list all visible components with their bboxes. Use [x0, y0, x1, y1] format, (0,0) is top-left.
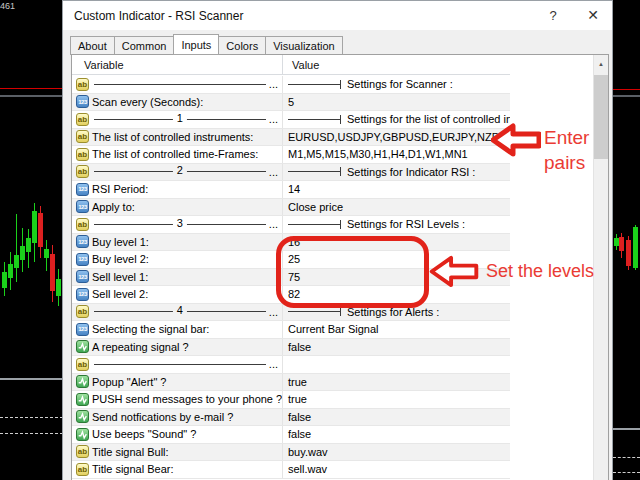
value-text[interactable]: 25	[288, 253, 300, 265]
table-row[interactable]: 123Scan every (Seconds):5	[72, 94, 510, 112]
value-text[interactable]: false	[288, 411, 311, 423]
value-text[interactable]: 5	[288, 96, 294, 108]
value-text[interactable]: sell.wav	[288, 463, 327, 475]
value-text[interactable]: Close price	[288, 201, 343, 213]
table-row[interactable]: Send notfications by e-mail ?false	[72, 409, 510, 427]
table-row[interactable]: ab...Settings for Scanner :	[72, 76, 510, 94]
table-row[interactable]: Popup "Alert" ?true	[72, 374, 510, 392]
candle-body	[626, 240, 631, 266]
table-header: Variable Value	[72, 55, 510, 75]
variable-cell: 123Selecting the signal bar:	[72, 321, 283, 338]
value-cell[interactable]: 5	[283, 94, 510, 111]
table-row[interactable]: 123Buy level 2:25	[72, 251, 510, 269]
value-cell[interactable]: true	[283, 391, 510, 408]
value-text[interactable]: false	[288, 428, 311, 440]
tab-inputs[interactable]: Inputs	[173, 34, 219, 55]
tab-colors[interactable]: Colors	[218, 36, 266, 55]
table-row[interactable]: Use beeps "Sound" ?false	[72, 426, 510, 444]
value-cell[interactable]: 14	[283, 181, 510, 198]
table-row[interactable]: ab2...Settings for Indicator RSI :	[72, 164, 510, 182]
value-cell[interactable]: Current Bar Signal	[283, 321, 510, 338]
value-cell[interactable]: sell.wav	[283, 461, 510, 478]
table-row[interactable]: 123Apply to:Close price	[72, 199, 510, 217]
value-text[interactable]: false	[288, 341, 311, 353]
integer-param-icon: 123	[76, 235, 89, 248]
value-text[interactable]: 75	[288, 271, 300, 283]
table-row[interactable]: 123RSI Period:14	[72, 181, 510, 199]
value-cell[interactable]: 75	[283, 269, 510, 286]
table-row[interactable]: ab...	[72, 356, 510, 374]
value-text[interactable]: 16	[288, 236, 300, 248]
table-row[interactable]: abThe list of controlled time-Frames:M1,…	[72, 146, 510, 164]
table-row[interactable]: 123Sell level 1:75	[72, 269, 510, 287]
help-button[interactable]: ?	[536, 1, 570, 30]
close-button[interactable]: ✕	[576, 1, 610, 30]
tab-about[interactable]: About	[70, 36, 115, 55]
chart-horizontal-line	[0, 88, 63, 89]
column-header-variable[interactable]: Variable	[72, 55, 283, 74]
value-cell[interactable]: 82	[283, 286, 510, 303]
value-text[interactable]: M1,M5,M15,M30,H1,H4,D1,W1,MN1	[288, 148, 468, 160]
table-row[interactable]: ab3...Settings for RSI Levels :	[72, 216, 510, 234]
string-param-icon: ab	[76, 463, 89, 476]
value-cell[interactable]	[283, 356, 510, 373]
table-row[interactable]: PUSH send messages to your phone ?true	[72, 391, 510, 409]
value-cell[interactable]: false	[283, 339, 510, 356]
value-cell[interactable]: false	[283, 409, 510, 426]
inputs-tab-panel: Variable Value ab...Settings for Scanner…	[71, 54, 609, 480]
separator-line	[288, 84, 340, 85]
table-row[interactable]: abThe list of controlled instruments:EUR…	[72, 129, 510, 147]
value-text[interactable]: EURUSD,USDJPY,GBPUSD,EURJPY,NZDUSD,...	[288, 131, 510, 143]
separator-line: 2	[94, 171, 266, 172]
variable-cell: Send notfications by e-mail ?	[72, 409, 283, 426]
table-row[interactable]: A repeating signal ?false	[72, 339, 510, 357]
value-cell[interactable]: buy.wav	[283, 444, 510, 461]
value-cell[interactable]: M1,M5,M15,M30,H1,H4,D1,W1,MN1	[283, 146, 510, 163]
variable-cell: abTitle signal Bear:	[72, 461, 283, 478]
table-row[interactable]: 123Sell level 2:82	[72, 286, 510, 304]
value-cell[interactable]: 25	[283, 251, 510, 268]
table-row[interactable]: ab1...Settings for the list of controlle…	[72, 111, 510, 129]
chart-horizontal-line	[0, 95, 63, 97]
table-row[interactable]: 123Buy level 1:16	[72, 234, 510, 252]
table-row[interactable]: 123Selecting the signal bar:Current Bar …	[72, 321, 510, 339]
value-cell[interactable]: Settings for the list of controlled inst…	[283, 111, 510, 128]
variable-label: The list of controlled instruments:	[92, 131, 253, 143]
variable-label: Apply to:	[92, 201, 135, 213]
value-cell[interactable]: Settings for Scanner :	[283, 76, 510, 93]
separator-line	[288, 119, 340, 120]
separator-ellipsis: ...	[269, 78, 278, 90]
boolean-param-icon	[76, 340, 89, 353]
value-cell[interactable]: Close price	[283, 199, 510, 216]
value-cell[interactable]: 16	[283, 234, 510, 251]
tab-common[interactable]: Common	[114, 36, 175, 55]
variable-label: A repeating signal ?	[92, 341, 189, 353]
integer-param-icon: 123	[76, 183, 89, 196]
value-cell[interactable]: Settings for RSI Levels :	[283, 216, 510, 233]
value-cell[interactable]: Settings for Indicator RSI :	[283, 164, 510, 181]
value-cell[interactable]: Settings for Alerts :	[283, 304, 510, 321]
value-text[interactable]: Current Bar Signal	[288, 323, 379, 335]
value-cell[interactable]: false	[283, 426, 510, 443]
scrollbar-thumb[interactable]	[594, 75, 608, 159]
variable-cell: abThe list of controlled instruments:	[72, 129, 283, 146]
boolean-param-icon	[76, 410, 89, 423]
column-header-value[interactable]: Value	[283, 59, 510, 71]
variable-cell: A repeating signal ?	[72, 339, 283, 356]
value-text[interactable]: 82	[288, 288, 300, 300]
value-text[interactable]: true	[288, 393, 307, 405]
variable-cell: 123Sell level 2:	[72, 286, 283, 303]
tab-visualization[interactable]: Visualization	[265, 36, 343, 55]
vertical-scrollbar[interactable]: ▲	[593, 55, 608, 480]
string-param-icon: ab	[76, 445, 89, 458]
scroll-up-icon[interactable]: ▲	[594, 55, 608, 72]
string-param-icon: ab	[76, 130, 89, 143]
table-row[interactable]: ab4...Settings for Alerts :	[72, 304, 510, 322]
value-text[interactable]: buy.wav	[288, 446, 328, 458]
value-cell[interactable]: EURUSD,USDJPY,GBPUSD,EURJPY,NZDUSD,...	[283, 129, 510, 146]
table-row[interactable]: abTitle signal Bull:buy.wav	[72, 444, 510, 462]
table-row[interactable]: abTitle signal Bear:sell.wav	[72, 461, 510, 479]
value-text[interactable]: 14	[288, 183, 300, 195]
value-cell[interactable]: true	[283, 374, 510, 391]
value-text[interactable]: true	[288, 376, 307, 388]
